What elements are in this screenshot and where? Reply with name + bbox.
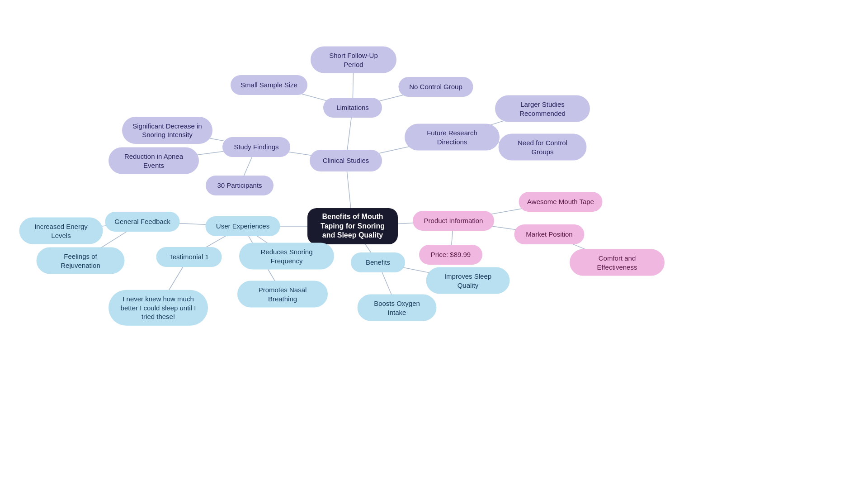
node-larger_studies: Larger Studies Recommended <box>495 95 590 122</box>
node-reduces_snoring: Reduces Snoring Frequency <box>239 243 334 270</box>
node-future_research: Future Research Directions <box>405 124 500 151</box>
node-testimonial_text: I never knew how much better I could sle… <box>108 290 208 326</box>
node-short_followup: Short Follow-Up Period <box>311 47 396 73</box>
node-general_feedback: General Feedback <box>105 212 180 232</box>
node-awesome_mouth: Awesome Mouth Tape <box>519 192 603 212</box>
node-sig_decrease: Significant Decrease in Snoring Intensit… <box>122 117 212 144</box>
node-benefits: Benefits <box>351 252 405 272</box>
node-improves_sleep: Improves Sleep Quality <box>426 267 510 294</box>
node-reduction_apnea: Reduction in Apnea Events <box>108 147 199 174</box>
node-promotes_nasal: Promotes Nasal Breathing <box>237 281 328 308</box>
node-market_position: Market Position <box>514 224 585 244</box>
node-need_control: Need for Control Groups <box>499 134 587 161</box>
node-testimonial1: Testimonial 1 <box>156 247 222 267</box>
mindmap-container: Benefits of Mouth Taping for Snoring and… <box>0 0 868 490</box>
node-price: Price: $89.99 <box>419 245 482 265</box>
node-increased_energy: Increased Energy Levels <box>19 218 103 244</box>
node-user_experiences: User Experiences <box>206 216 280 236</box>
node-clinical_studies: Clinical Studies <box>310 150 382 171</box>
node-participants_30: 30 Participants <box>206 176 274 195</box>
node-comfort_effectiveness: Comfort and Effectiveness <box>570 249 665 276</box>
node-feelings_rejuv: Feelings of Rejuvenation <box>37 247 125 274</box>
node-center: Benefits of Mouth Taping for Snoring and… <box>307 208 398 244</box>
node-product_info: Product Information <box>413 211 494 231</box>
node-small_sample: Small Sample Size <box>231 75 307 95</box>
node-study_findings: Study Findings <box>222 137 290 157</box>
node-limitations: Limitations <box>323 98 382 118</box>
node-no_control: No Control Group <box>399 77 473 97</box>
node-boosts_oxygen: Boosts Oxygen Intake <box>358 295 437 321</box>
